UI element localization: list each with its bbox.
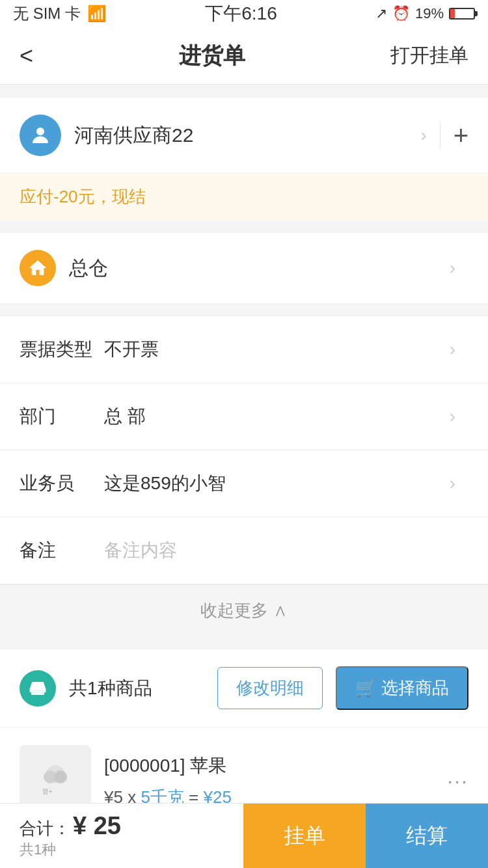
status-right: ↗ ⏰ 19% [375, 5, 475, 22]
time-display: 下午6:16 [205, 1, 277, 26]
svg-point-0 [36, 128, 44, 135]
status-bar: 无 SIM 卡 📶 下午6:16 ↗ ⏰ 19% [0, 0, 488, 27]
warehouse-icon [20, 250, 56, 286]
remark-label: 备注 [20, 538, 104, 563]
battery-percent: 19% [415, 5, 444, 22]
collapse-bar[interactable]: 收起更多 ∧ [0, 584, 488, 636]
svg-rect-1 [30, 690, 46, 692]
checkout-button[interactable]: 结算 [366, 804, 488, 868]
department-row[interactable]: 部门 总 部 › [0, 383, 488, 450]
back-button[interactable]: < [20, 42, 33, 70]
location-icon: ↗ [375, 5, 387, 22]
select-product-button[interactable]: 🛒 选择商品 [336, 666, 468, 710]
supplier-avatar [20, 115, 61, 156]
department-chevron-icon: › [450, 406, 455, 427]
total-section: 合计： ¥ 25 共1种 [0, 804, 243, 868]
battery-fill [450, 9, 455, 18]
salesperson-value: 这是859的小智 [104, 471, 450, 496]
total-amount: ¥ 25 [73, 812, 121, 840]
hang-button[interactable]: 挂单 [243, 804, 366, 868]
section-gap-3 [0, 303, 488, 316]
checkout-label: 结算 [406, 822, 448, 850]
svg-rect-2 [31, 692, 44, 695]
select-product-label: 选择商品 [381, 677, 449, 699]
section-gap-2 [0, 220, 488, 233]
section-gap-1 [0, 85, 488, 98]
product-title: 苹果 [190, 755, 226, 776]
product-info: [0000001] 苹果 ¥5 x 5千克 = ¥25 [104, 753, 434, 809]
ticket-type-chevron-icon: › [450, 339, 455, 360]
warehouse-name: 总仓 [69, 255, 450, 282]
collapse-label: 收起更多 ∧ [200, 601, 287, 620]
product-code: [0000001] [104, 755, 185, 776]
form-section: 票据类型 不开票 › 部门 总 部 › 业务员 这是859的小智 › 备注 备注… [0, 316, 488, 584]
edit-detail-button[interactable]: 修改明细 [217, 667, 323, 709]
warehouse-row[interactable]: 总仓 › [0, 233, 488, 303]
more-button[interactable]: ··· [447, 769, 468, 793]
ticket-type-label: 票据类型 [20, 337, 104, 362]
select-product-icon: 🛒 [355, 678, 376, 698]
svg-text:督+: 督+ [42, 788, 53, 795]
product-count-icon [20, 670, 56, 707]
remark-input[interactable]: 备注内容 [104, 538, 468, 563]
add-supplier-button[interactable]: + [454, 121, 468, 150]
remark-row[interactable]: 备注 备注内容 [0, 517, 488, 584]
department-value: 总 部 [104, 404, 450, 429]
svg-point-5 [54, 770, 67, 783]
status-left: 无 SIM 卡 📶 [13, 3, 107, 24]
supplier-name: 河南供应商22 [74, 122, 420, 149]
alert-text: 应付-20元，现结 [20, 187, 146, 206]
supplier-section: 河南供应商22 › + 应付-20元，现结 [0, 98, 488, 220]
product-count-text: 共1种商品 [69, 676, 204, 701]
alert-bar: 应付-20元，现结 [0, 174, 488, 220]
nav-bar: < 进货单 打开挂单 [0, 27, 488, 85]
ticket-type-row[interactable]: 票据类型 不开票 › [0, 316, 488, 383]
salesperson-label: 业务员 [20, 471, 104, 496]
hang-label: 挂单 [284, 822, 325, 850]
vertical-divider [440, 122, 441, 148]
products-header: 共1种商品 修改明细 🛒 选择商品 [0, 649, 488, 727]
open-hang-button[interactable]: 打开挂单 [390, 42, 468, 69]
wifi-icon: 📶 [87, 5, 107, 23]
ticket-type-value: 不开票 [104, 337, 450, 362]
total-label: 合计： [20, 817, 70, 840]
carrier-text: 无 SIM 卡 [13, 3, 81, 24]
supplier-row[interactable]: 河南供应商22 › + [0, 98, 488, 174]
salesperson-row[interactable]: 业务员 这是859的小智 › [0, 450, 488, 517]
supplier-chevron-icon: › [420, 125, 426, 146]
department-label: 部门 [20, 404, 104, 429]
warehouse-chevron-icon: › [450, 258, 455, 278]
total-sub: 共1种 [20, 840, 243, 860]
product-name: [0000001] 苹果 [104, 753, 434, 778]
battery-icon [449, 8, 475, 20]
alarm-icon: ⏰ [392, 5, 410, 22]
page-title: 进货单 [179, 41, 245, 71]
bottom-bar: 合计： ¥ 25 共1种 挂单 结算 [0, 803, 488, 868]
salesperson-chevron-icon: › [450, 473, 455, 494]
